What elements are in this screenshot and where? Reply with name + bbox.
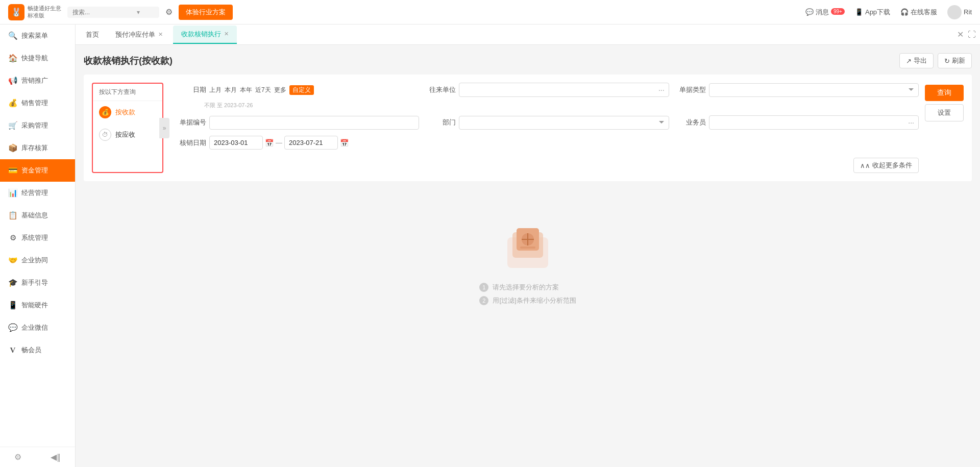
tab-close-prepay[interactable]: ✕: [158, 31, 163, 38]
tab-bar: 首页 预付冲应付单 ✕ 收款核销执行 ✕ ✕ ⛶: [76, 24, 980, 45]
sidebar-item-cooperation[interactable]: 🤝 企业协同: [0, 249, 75, 272]
sidebar-item-purchase[interactable]: 🛒 采购管理: [0, 114, 75, 137]
tab-home[interactable]: 首页: [80, 26, 105, 43]
svg-rect-6: [520, 247, 535, 249]
marketing-icon: 📢: [8, 76, 17, 85]
refresh-button[interactable]: ↻ 刷新: [938, 53, 972, 68]
message-item[interactable]: 💬 消息 99+: [805, 8, 845, 17]
search-box[interactable]: ▾: [67, 7, 159, 18]
tab-expand-icon[interactable]: ⛶: [968, 30, 976, 39]
filter-date-field: 日期 上月 本月 本年 近7天 更多 自定义: [180, 83, 419, 97]
date-btn-this-year[interactable]: 本年: [240, 86, 252, 94]
collapse-panel-button[interactable]: »: [159, 118, 169, 138]
sidebar-collapse-icon[interactable]: ◀‖: [51, 452, 61, 462]
filter-grid-row3: 核销日期 📅 — 📅: [169, 136, 919, 150]
sidebar-item-hardware[interactable]: 📱 智能硬件: [0, 294, 75, 316]
hint-text-2: 用[过滤]条件来缩小分析范围: [493, 296, 576, 305]
query-btn-area: 查询 设置: [925, 83, 964, 173]
tab-close-receipt[interactable]: ✕: [224, 31, 229, 37]
filter-verify-date-field: 核销日期 📅 — 📅: [180, 136, 419, 150]
empty-hint-1: 1 请先选择要分析的方案: [479, 283, 576, 292]
sidebar-item-label: 智能硬件: [21, 301, 48, 310]
settings-icon[interactable]: ⚙: [165, 7, 173, 17]
date-btn-last-month[interactable]: 上月: [209, 86, 222, 94]
sidebar-item-system[interactable]: ⚙ 系统管理: [0, 227, 75, 249]
empty-hints: 1 请先选择要分析的方案 2 用[过滤]条件来缩小分析范围: [479, 283, 576, 305]
tab-receipt-offset[interactable]: 收款核销执行 ✕: [173, 26, 237, 44]
tab-close-all-icon[interactable]: ✕: [957, 30, 964, 39]
verify-date-end-cal-icon[interactable]: 📅: [340, 139, 349, 147]
doc-no-input[interactable]: [209, 116, 419, 130]
sidebar-item-member[interactable]: V 畅会员: [0, 339, 75, 361]
operations-icon: 📊: [8, 188, 17, 198]
query-button[interactable]: 查询: [925, 85, 964, 101]
query-type-by-receipt[interactable]: 💰 按收款: [93, 101, 162, 124]
date-btn-this-month[interactable]: 本月: [225, 86, 237, 94]
sidebar-item-basic-info[interactable]: 📋 基础信息: [0, 204, 75, 227]
message-label: 消息: [816, 8, 829, 17]
verify-date-label: 核销日期: [180, 138, 206, 148]
sidebar-item-marketing[interactable]: 📢 营销推广: [0, 69, 75, 92]
tab-label: 预付冲应付单: [115, 30, 155, 39]
verify-date-start-cal-icon[interactable]: 📅: [265, 139, 274, 147]
filter-dept-field: 部门: [429, 115, 669, 130]
sidebar-item-wechat[interactable]: 💬 企业微信: [0, 316, 75, 339]
doc-type-select[interactable]: [709, 83, 919, 97]
date-btn-custom[interactable]: 自定义: [289, 85, 314, 95]
collapse-more-button[interactable]: ∧∧ 收起更多条件: [853, 158, 919, 173]
date-no-limit-text: 不限 至 2023-07-26: [204, 102, 253, 108]
user-item[interactable]: Rit: [947, 5, 972, 19]
salesperson-input[interactable]: ···: [709, 115, 919, 130]
verify-date-start-input[interactable]: [209, 136, 263, 150]
sidebar-item-label: 企业协同: [21, 256, 48, 265]
export-button[interactable]: ↗ 导出: [899, 53, 934, 68]
sidebar-item-quick-nav[interactable]: 🏠 快捷导航: [0, 47, 75, 69]
verify-date-end-input[interactable]: [284, 136, 338, 150]
sidebar-item-label: 畅会员: [21, 346, 41, 355]
online-service-item[interactable]: 🎧 在线客服: [900, 8, 937, 17]
message-icon: 💬: [805, 8, 814, 16]
sidebar-item-label: 营销推广: [21, 76, 48, 85]
filter-salesperson-field: 业务员 ···: [679, 115, 919, 130]
date-btn-more[interactable]: 更多: [274, 86, 286, 94]
export-icon: ↗: [906, 57, 912, 65]
member-icon: V: [8, 346, 17, 355]
topbar-right: 💬 消息 99+ 📱 App下载 🎧 在线客服 Rit: [805, 5, 972, 19]
query-type-header: 按以下方查询: [93, 88, 162, 101]
verify-date-group: 📅 — 📅: [209, 136, 419, 150]
basic-info-icon: 📋: [8, 211, 17, 220]
sidebar-item-label: 企业微信: [21, 323, 48, 332]
solution-button[interactable]: 体验行业方案: [179, 5, 233, 20]
sidebar-item-operations[interactable]: 📊 经营管理: [0, 182, 75, 204]
wechat-icon: 💬: [8, 323, 17, 332]
tab-prepay-offset[interactable]: 预付冲应付单 ✕: [107, 26, 171, 43]
sidebar-item-inventory[interactable]: 📦 库存核算: [0, 137, 75, 159]
app-download-item[interactable]: 📱 App下载: [855, 8, 890, 17]
filter-area: 按以下方查询 💰 按收款 ⏱ 按应收 »: [84, 75, 972, 181]
sidebar-item-guide[interactable]: 🎓 新手引导: [0, 272, 75, 294]
dept-select[interactable]: [459, 116, 669, 130]
app-download-label: App下载: [865, 8, 890, 17]
search-input[interactable]: [72, 9, 134, 16]
sidebar-item-label: 快捷导航: [21, 54, 48, 63]
query-type-by-receivable[interactable]: ⏱ 按应收: [93, 124, 162, 146]
counterparty-label: 往来单位: [429, 85, 456, 94]
sidebar-item-sales[interactable]: 💰 销售管理: [0, 92, 75, 114]
query-type-panel: 按以下方查询 💰 按收款 ⏱ 按应收 »: [92, 83, 163, 173]
sidebar-settings-icon[interactable]: ⚙: [14, 452, 21, 462]
search-dropdown-icon[interactable]: ▾: [137, 9, 140, 16]
app-download-icon: 📱: [855, 8, 863, 16]
doc-no-label: 单据编号: [180, 118, 206, 127]
date-btn-7days[interactable]: 近7天: [255, 86, 271, 94]
sidebar-item-finance[interactable]: 💳 资金管理: [0, 159, 75, 182]
page-title-bar: 收款核销执行(按收款) ↗ 导出 ↻ 刷新: [84, 53, 972, 68]
topbar: 🐰 畅捷通好生意 标准版 ▾ ⚙ 体验行业方案 💬 消息 99+ 📱 App下载…: [0, 0, 980, 24]
filter-counterparty-field: 往来单位 ···: [429, 83, 669, 97]
by-receivable-label: 按应收: [115, 130, 135, 139]
main-layout: 🔍 搜索菜单 🏠 快捷导航 📢 营销推广 💰 销售管理 🛒 采购管理 📦 库存核…: [0, 24, 980, 467]
sidebar-item-search-menu[interactable]: 🔍 搜索菜单: [0, 24, 75, 47]
by-receipt-icon: 💰: [99, 106, 111, 118]
filter-settings-button[interactable]: 设置: [925, 104, 964, 121]
sidebar-item-label: 资金管理: [21, 166, 48, 175]
counterparty-input[interactable]: ···: [459, 83, 669, 97]
